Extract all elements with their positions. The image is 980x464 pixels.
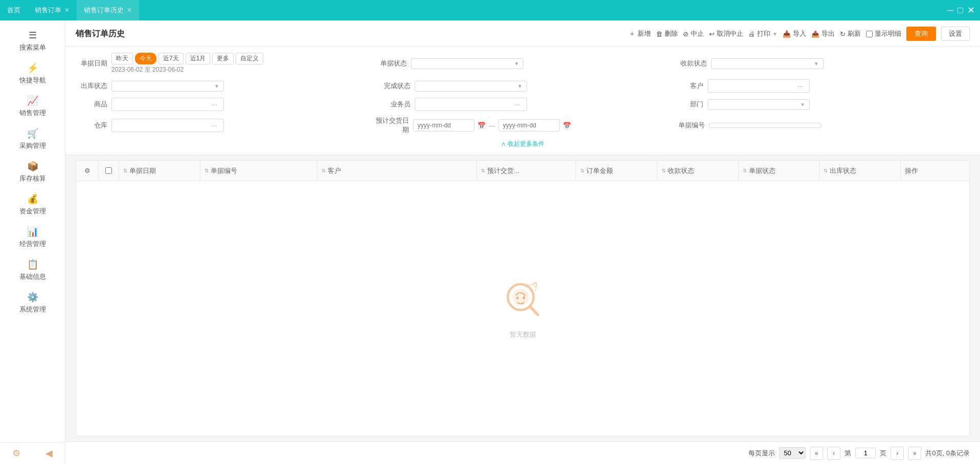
top-bar: 首页 销售订单 ✕ 销售订单历史 ✕ ─ □ ✕ bbox=[0, 0, 980, 20]
add-button[interactable]: ＋ 新增 bbox=[629, 29, 651, 38]
sort-doc-status-icon: ⇅ bbox=[743, 168, 747, 173]
prev-page-btn[interactable]: ‹ bbox=[827, 447, 840, 460]
doc-status-select[interactable]: ▼ bbox=[411, 58, 523, 69]
pay-status-select[interactable]: ▼ bbox=[711, 58, 824, 69]
collapse-more[interactable]: ∧ 收起更多条件 bbox=[76, 140, 970, 148]
stop-button[interactable]: ⊘ 中止 bbox=[683, 29, 704, 38]
basic-info-icon: 📋 bbox=[27, 259, 38, 270]
show-detail-checkbox[interactable]: 显示明细 bbox=[866, 29, 901, 38]
th-date-label: 单据日期 bbox=[129, 166, 156, 175]
th-doc-status[interactable]: ⇅ 单据状态 bbox=[739, 161, 820, 181]
sidebar-item-system[interactable]: ⚙️ 系统管理 bbox=[0, 286, 65, 319]
sort-customer-icon: ⇅ bbox=[322, 168, 326, 173]
import-button[interactable]: 📥 导入 bbox=[783, 29, 806, 38]
maximize-icon[interactable]: □ bbox=[958, 5, 963, 16]
th-delivery[interactable]: ⇅ 预计交货... bbox=[477, 161, 576, 181]
date-yesterday-btn[interactable]: 昨天 bbox=[111, 53, 133, 64]
pay-status-arrow-icon: ▼ bbox=[814, 61, 819, 67]
date-filter-col: 昨天 今天 近7天 近1月 更多 自定义 2023-06-02 至 2023-0… bbox=[111, 53, 263, 74]
cancel-stop-button[interactable]: ↩ 取消中止 bbox=[709, 29, 743, 38]
last-page-btn[interactable]: » bbox=[908, 447, 921, 460]
print-button[interactable]: 🖨 打印 ▼ bbox=[748, 29, 778, 38]
sidebar-bottom: ⚙ ◀ bbox=[0, 442, 65, 464]
calendar-from-icon[interactable]: 📅 bbox=[477, 122, 486, 129]
tab-home[interactable]: 首页 bbox=[0, 0, 28, 20]
print-icon: 🖨 bbox=[748, 30, 755, 38]
date-1month-btn[interactable]: 近1月 bbox=[186, 53, 211, 64]
th-action: 操作 bbox=[901, 161, 969, 181]
th-amount[interactable]: ⇅ 订单金额 bbox=[576, 161, 657, 181]
doc-no-input[interactable] bbox=[709, 123, 822, 128]
next-page-btn[interactable]: › bbox=[891, 447, 904, 460]
sidebar-item-capital[interactable]: 💰 资金管理 bbox=[0, 188, 65, 221]
page-number-input[interactable] bbox=[855, 448, 876, 458]
tab-sales-order-history-label: 销售订单历史 bbox=[84, 6, 124, 15]
th-settings[interactable]: ⚙ bbox=[76, 161, 99, 181]
calendar-to-icon[interactable]: 📅 bbox=[563, 122, 571, 129]
goods-control: ··· bbox=[111, 98, 374, 111]
warehouse-label: 仓库 bbox=[76, 121, 111, 130]
customer-label: 客户 bbox=[677, 81, 708, 91]
th-checkbox[interactable] bbox=[99, 161, 119, 181]
sidebar-collapse-icon[interactable]: ◀ bbox=[45, 448, 53, 459]
close-sales-order-icon[interactable]: ✕ bbox=[64, 7, 70, 14]
tab-home-label: 首页 bbox=[7, 6, 20, 15]
sort-delivery-icon: ⇅ bbox=[481, 168, 485, 173]
date-more-btn[interactable]: 更多 bbox=[212, 53, 234, 64]
minimize-icon[interactable]: ─ bbox=[947, 5, 953, 16]
sidebar-item-quick-nav[interactable]: ⚡ 快捷导航 bbox=[0, 57, 65, 90]
th-customer-label: 客户 bbox=[328, 166, 341, 175]
th-customer[interactable]: ⇅ 客户 bbox=[317, 161, 477, 181]
cancel-stop-icon: ↩ bbox=[709, 30, 715, 38]
goods-input[interactable]: ··· bbox=[111, 98, 224, 111]
export-button[interactable]: 📤 导出 bbox=[811, 29, 835, 38]
tab-sales-order[interactable]: 销售订单 ✕ bbox=[28, 0, 77, 20]
warehouse-input[interactable]: ··· bbox=[111, 119, 224, 132]
sidebar-item-inventory[interactable]: 📦 库存核算 bbox=[0, 156, 65, 188]
customer-ellipsis[interactable]: ··· bbox=[795, 82, 805, 90]
sidebar-item-operation[interactable]: 📊 经营管理 bbox=[0, 221, 65, 254]
filter-row-1: 单据日期 昨天 今天 近7天 近1月 更多 自定义 2023-06-02 至 2… bbox=[76, 53, 970, 74]
first-page-btn[interactable]: « bbox=[810, 447, 823, 460]
purchase-mgmt-icon: 🛒 bbox=[27, 128, 38, 139]
query-button[interactable]: 查询 bbox=[906, 27, 936, 41]
customer-input[interactable]: ··· bbox=[708, 79, 810, 93]
delivery-date-from[interactable] bbox=[413, 119, 474, 131]
salesman-control: ··· bbox=[415, 98, 677, 111]
tab-sales-order-history[interactable]: 销售订单历史 ✕ bbox=[77, 0, 139, 20]
sidebar-label-system: 系统管理 bbox=[19, 305, 46, 314]
sort-date-icon: ⇅ bbox=[123, 168, 127, 173]
table-settings-icon[interactable]: ⚙ bbox=[84, 167, 90, 174]
date-7days-btn[interactable]: 近7天 bbox=[158, 53, 184, 64]
delivery-date-to[interactable] bbox=[498, 119, 560, 131]
date-custom-btn[interactable]: 自定义 bbox=[236, 53, 263, 64]
department-select[interactable]: ▼ bbox=[708, 99, 810, 110]
delete-button[interactable]: 🗑 删除 bbox=[656, 29, 678, 38]
salesman-input[interactable]: ··· bbox=[415, 98, 527, 111]
refresh-button[interactable]: ↻ 刷新 bbox=[840, 29, 861, 38]
sidebar-item-basic-info[interactable]: 📋 基础信息 bbox=[0, 254, 65, 286]
complete-status-select[interactable]: ▼ bbox=[415, 81, 527, 92]
select-all-checkbox[interactable] bbox=[105, 167, 112, 174]
th-out-status[interactable]: ⇅ 出库状态 bbox=[819, 161, 901, 181]
date-today-btn[interactable]: 今天 bbox=[135, 53, 156, 64]
goods-ellipsis[interactable]: ··· bbox=[209, 100, 219, 108]
close-history-icon[interactable]: ✕ bbox=[127, 7, 132, 14]
sidebar-settings-icon[interactable]: ⚙ bbox=[12, 448, 20, 459]
sidebar-item-sales-mgmt[interactable]: 📈 销售管理 bbox=[0, 90, 65, 123]
salesman-ellipsis[interactable]: ··· bbox=[512, 100, 522, 108]
th-pay-status[interactable]: ⇅ 收款状态 bbox=[657, 161, 739, 181]
sidebar-item-search-menu[interactable]: ☰ 搜索菜单 bbox=[0, 25, 65, 57]
date-control: 昨天 今天 近7天 近1月 更多 自定义 2023-06-02 至 2023-0… bbox=[111, 53, 370, 74]
sidebar-item-purchase-mgmt[interactable]: 🛒 采购管理 bbox=[0, 123, 65, 156]
out-status-select[interactable]: ▼ bbox=[111, 81, 224, 92]
show-detail-input[interactable] bbox=[866, 31, 873, 37]
th-date[interactable]: ⇅ 单据日期 bbox=[119, 161, 200, 181]
window-close-icon[interactable]: ✕ bbox=[967, 5, 975, 16]
warehouse-ellipsis[interactable]: ··· bbox=[209, 121, 219, 129]
settings-button[interactable]: 设置 bbox=[941, 27, 970, 41]
per-page-select[interactable]: 50 10 20 100 bbox=[779, 447, 806, 459]
sales-mgmt-icon: 📈 bbox=[27, 95, 38, 106]
th-docno[interactable]: ⇅ 单据编号 bbox=[200, 161, 317, 181]
import-icon: 📥 bbox=[783, 30, 791, 38]
